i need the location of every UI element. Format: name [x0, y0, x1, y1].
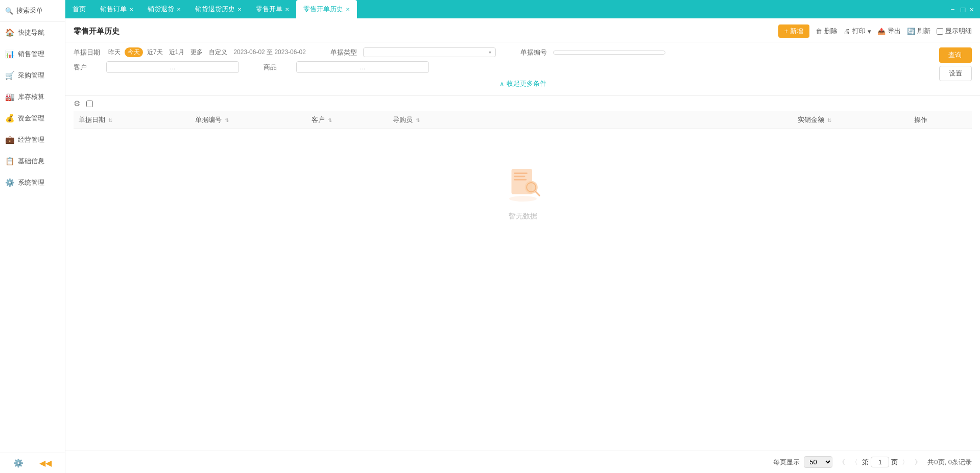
file-icon: 📋 — [5, 157, 15, 166]
svg-rect-4 — [514, 179, 527, 181]
page-title: 零售开单历史 — [74, 27, 119, 36]
number-input[interactable] — [553, 51, 665, 55]
settings-icon-btn[interactable]: ⚙️ — [13, 458, 23, 468]
print-button[interactable]: 🖨 打印 ▾ — [844, 27, 871, 36]
sidebar-item-purchase-mgmt[interactable]: 🛒 采购管理 — [0, 65, 65, 86]
sidebar-item-operations[interactable]: 💼 经营管理 — [0, 129, 65, 151]
chart-icon: 📊 — [5, 49, 15, 59]
col-action: 操作 — [909, 111, 972, 129]
sort-customer-icon[interactable]: ⇅ — [328, 117, 332, 123]
date-btn-today[interactable]: 今天 — [125, 47, 143, 57]
collapse-up-icon: ∧ — [499, 80, 505, 88]
date-btn-7days[interactable]: 近7天 — [145, 47, 165, 57]
col-amount: 实销金额 ⇅ — [793, 111, 909, 129]
tab-retail-history-label: 零售开单历史 — [303, 5, 343, 14]
page-header: 零售开单历史 + 新增 🗑 删除 🖨 打印 ▾ 📤 导出 — [65, 18, 980, 42]
date-btn-yesterday[interactable]: 昨天 — [106, 47, 123, 57]
display-checkbox[interactable] — [937, 28, 943, 35]
close-tab-sales-return-history[interactable]: ✕ — [237, 7, 242, 12]
close-tab-sales-return[interactable]: ✕ — [177, 7, 181, 12]
add-button[interactable]: + 新增 — [778, 24, 809, 38]
refresh-button[interactable]: 🔄 刷新 — [907, 27, 930, 36]
display-label: 显示明细 — [945, 27, 972, 36]
sidebar-item-quick-nav[interactable]: 🏠 快捷导航 — [0, 22, 65, 43]
goods-input[interactable]: ... — [296, 61, 429, 73]
table-header-row: 单据日期 ⇅ 单据编号 ⇅ 客户 ⇅ 导购员 ⇅ — [74, 111, 972, 129]
close-btn[interactable]: × — [969, 5, 974, 14]
prev-page-btn[interactable]: 〈 — [849, 457, 860, 468]
tab-retail-history[interactable]: 零售开单历史 ✕ — [296, 0, 357, 18]
type-select[interactable]: ▾ — [363, 47, 496, 57]
table-settings-icon[interactable]: ⚙ — [74, 99, 80, 108]
sidebar-search[interactable]: 🔍 搜索采单 — [0, 0, 65, 22]
warehouse-icon: 🏭 — [5, 92, 15, 102]
col-action-label: 操作 — [914, 116, 927, 123]
select-all-checkbox[interactable] — [86, 101, 93, 107]
print-arrow-icon: ▾ — [868, 28, 871, 35]
sort-number-icon[interactable]: ⇅ — [225, 117, 229, 123]
export-label: 导出 — [888, 27, 901, 36]
pagination-bar: 每页显示 20 50 100 《 〈 第 页 〉 》 共0页, 0条记录 — [65, 451, 980, 473]
query-button[interactable]: 查询 — [939, 47, 972, 63]
delete-label: 删除 — [824, 27, 838, 36]
tab-home[interactable]: 首页 — [65, 0, 93, 18]
tab-sales-order[interactable]: 销售订单 ✕ — [93, 0, 140, 18]
date-btn-1month[interactable]: 近1月 — [167, 47, 187, 57]
export-button[interactable]: 📤 导出 — [877, 27, 901, 36]
sidebar-item-basic-info[interactable]: 📋 基础信息 — [0, 151, 65, 172]
table-toolbar: ⚙ — [74, 96, 972, 111]
tab-sales-return-history[interactable]: 销货退货历史 ✕ — [188, 0, 249, 18]
filter-settings-button[interactable]: 设置 — [939, 66, 972, 81]
minimize-btn[interactable]: － — [949, 5, 957, 14]
refresh-label: 刷新 — [917, 27, 930, 36]
add-label: + 新增 — [784, 27, 803, 36]
gear-icon: ⚙️ — [5, 178, 15, 187]
sidebar-item-label: 销售管理 — [18, 49, 44, 59]
page-word: 第 — [862, 458, 869, 467]
close-tab-sales-order[interactable]: ✕ — [129, 7, 133, 12]
shopping-icon: 🛒 — [5, 71, 15, 80]
sidebar-item-label: 快捷导航 — [18, 28, 44, 37]
delete-button[interactable]: 🗑 删除 — [816, 27, 838, 36]
last-page-btn[interactable]: 》 — [913, 457, 923, 468]
sidebar-item-system[interactable]: ⚙️ 系统管理 — [0, 172, 65, 193]
close-tab-retail-open[interactable]: ✕ — [285, 7, 289, 12]
sort-guide-icon[interactable]: ⇅ — [416, 117, 420, 123]
tab-sales-return-history-label: 销货退货历史 — [195, 5, 235, 14]
close-tab-retail-history[interactable]: ✕ — [346, 7, 350, 12]
date-btn-more[interactable]: 更多 — [188, 47, 205, 57]
empty-icon — [500, 160, 546, 206]
sidebar-item-sales-mgmt[interactable]: 📊 销售管理 — [0, 43, 65, 65]
col-guide-label: 导购员 — [393, 116, 413, 123]
filter-row-2: 客户 ... 商品 ... — [74, 61, 972, 73]
display-toggle[interactable]: 显示明细 — [937, 27, 972, 36]
first-page-btn[interactable]: 《 — [836, 457, 847, 468]
customer-dots: ... — [170, 63, 176, 71]
maximize-btn[interactable]: □ — [961, 5, 965, 14]
sidebar-item-label: 经营管理 — [18, 135, 44, 144]
per-page-select[interactable]: 20 50 100 — [804, 456, 832, 468]
tab-sales-return-label: 销货退货 — [148, 5, 174, 14]
tabs-bar: 首页 销售订单 ✕ 销货退货 ✕ 销货退货历史 ✕ 零售开单 ✕ 零售开单历史 … — [65, 0, 980, 18]
customer-input[interactable]: ... — [106, 61, 239, 73]
collapse-icon-btn[interactable]: ◀◀ — [39, 458, 52, 468]
tab-sales-return[interactable]: 销货退货 ✕ — [140, 0, 188, 18]
page-input[interactable] — [871, 457, 889, 467]
sidebar-item-inventory[interactable]: 🏭 库存核算 — [0, 86, 65, 108]
tab-sales-order-label: 销售订单 — [100, 5, 127, 14]
sidebar-item-label: 采购管理 — [18, 71, 44, 80]
sort-date-icon[interactable]: ⇅ — [108, 117, 112, 123]
date-range: 2023-06-02 至 2023-06-02 — [233, 48, 305, 57]
sidebar-item-label: 库存核算 — [18, 92, 44, 102]
collapse-more-btn[interactable]: ∧ 收起更多条件 — [74, 77, 972, 90]
tab-retail-open[interactable]: 零售开单 ✕ — [249, 0, 296, 18]
date-btn-custom[interactable]: 自定义 — [207, 47, 229, 57]
home-icon: 🏠 — [5, 28, 15, 37]
sort-amount-icon[interactable]: ⇅ — [827, 117, 831, 123]
filter-row-1: 单据日期 昨天 今天 近7天 近1月 更多 自定义 2023-06-02 至 2… — [74, 47, 972, 57]
sidebar-item-finance[interactable]: 💰 资金管理 — [0, 108, 65, 129]
next-page-btn[interactable]: 〉 — [900, 457, 911, 468]
refresh-icon: 🔄 — [907, 28, 915, 35]
col-amount-label: 实销金额 — [798, 116, 824, 123]
col-guide: 导购员 ⇅ — [388, 111, 486, 129]
